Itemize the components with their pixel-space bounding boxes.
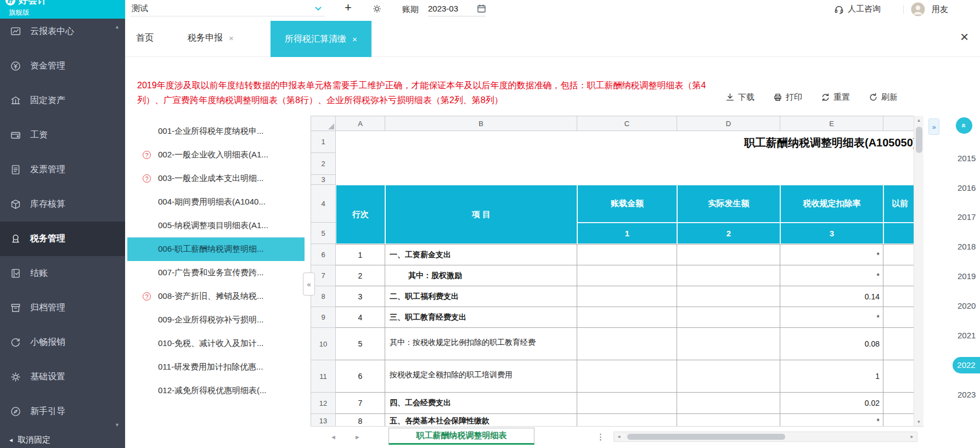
cell-extra[interactable]: [883, 393, 914, 414]
row-header-13[interactable]: 13: [311, 414, 336, 426]
cell-item[interactable]: 四、工会经费支出: [385, 393, 577, 414]
form-list-item[interactable]: 012-减免所得税优惠明细表(...: [127, 379, 305, 402]
collapse-years-button[interactable]: «: [956, 117, 972, 134]
sidebar-item-closing[interactable]: 结账: [0, 256, 125, 291]
close-tab-button[interactable]: ×: [960, 29, 968, 46]
cell-amount[interactable]: [577, 286, 677, 307]
year-item-2021[interactable]: 2021: [955, 327, 980, 344]
form-list-item[interactable]: 001-企业所得税年度纳税申...: [127, 120, 305, 143]
cell-rate[interactable]: *: [780, 414, 883, 426]
row-header-3[interactable]: 3: [311, 175, 336, 185]
cell-extra[interactable]: [883, 286, 914, 307]
form-list-item[interactable]: ?003-一般企业成本支出明细...: [127, 167, 305, 190]
cell-actual[interactable]: [677, 244, 780, 265]
scroll-right-icon[interactable]: ►: [907, 432, 917, 441]
cell-actual[interactable]: [677, 307, 780, 328]
menu-scroll-up-icon[interactable]: ▲: [115, 24, 120, 30]
cell-actual[interactable]: [677, 265, 780, 286]
scrollbar-thumb[interactable]: [627, 434, 785, 440]
cell-actual[interactable]: [677, 393, 780, 414]
cell-rate[interactable]: 1: [780, 360, 883, 393]
row-header-11[interactable]: 11: [311, 360, 336, 393]
vertical-scrollbar[interactable]: ▲ ▼: [914, 116, 923, 426]
cell-rate[interactable]: *: [780, 244, 883, 265]
download-button[interactable]: 下载: [725, 92, 754, 103]
sidebar-item-inventory[interactable]: 库存核算: [0, 187, 125, 222]
sidebar-item-fixed-assets[interactable]: 固定资产: [0, 83, 125, 118]
cell-actual[interactable]: [677, 360, 780, 393]
cell-actual[interactable]: [677, 414, 780, 426]
year-item-2018[interactable]: 2018: [955, 239, 980, 255]
sidebar-item-invoice[interactable]: 发票管理: [0, 152, 125, 187]
sidebar-item-tax[interactable]: 税务管理: [0, 222, 125, 256]
select-all-corner[interactable]: [311, 116, 336, 131]
row-header-2[interactable]: 2: [311, 153, 336, 175]
cell-rowno[interactable]: 5: [336, 328, 385, 360]
column-header-next[interactable]: [883, 116, 914, 131]
form-list-item[interactable]: 004-期间费用明细表(A1040...: [127, 190, 305, 214]
sheet-tab[interactable]: 职工薪酬纳税调整明细表: [388, 428, 534, 445]
form-list-item[interactable]: 011-研发费用加计扣除优惠...: [127, 355, 305, 379]
form-list-item[interactable]: 005-纳税调整项目明细表(A1...: [127, 214, 305, 237]
sidebar-item-settings[interactable]: 基础设置: [0, 360, 125, 394]
collapse-list-handle[interactable]: «: [303, 273, 315, 296]
row-header-5[interactable]: 5: [311, 223, 336, 244]
cell-item[interactable]: 其中：股权激励: [385, 265, 577, 286]
user-name[interactable]: 用友: [932, 4, 948, 15]
reset-button[interactable]: 重置: [821, 92, 850, 103]
cell-amount[interactable]: [577, 307, 677, 328]
gear-icon[interactable]: [372, 4, 382, 14]
year-item-2019[interactable]: 2019: [955, 268, 980, 285]
scroll-left-icon[interactable]: ◄: [614, 432, 624, 441]
cell-amount[interactable]: [577, 360, 677, 393]
scroll-down-icon[interactable]: ▼: [914, 417, 923, 426]
cell-item[interactable]: 五、各类基本社会保障性缴款: [385, 414, 577, 426]
year-item-2022[interactable]: 2022: [953, 357, 980, 373]
cell-extra[interactable]: [883, 244, 914, 265]
cell-amount[interactable]: [577, 393, 677, 414]
cell-amount[interactable]: [577, 328, 677, 360]
year-item-2023[interactable]: 2023: [955, 387, 980, 403]
column-header-B[interactable]: B: [385, 116, 577, 131]
cell-item[interactable]: 按税收规定全额扣除的职工培训费用: [385, 360, 577, 393]
column-header-C[interactable]: C: [577, 116, 677, 131]
refresh-button[interactable]: 刷新: [869, 92, 898, 103]
cell-item[interactable]: 一、工资薪金支出: [385, 244, 577, 265]
cell-extra[interactable]: [883, 265, 914, 286]
cell-rate[interactable]: 0.14: [780, 286, 883, 307]
tab-tax-declaration[interactable]: 税务申报 ×: [182, 19, 239, 57]
form-list-item[interactable]: 006-职工薪酬纳税调整明细...: [127, 237, 305, 261]
cell-amount[interactable]: [577, 414, 677, 426]
sidebar-item-archive[interactable]: 归档管理: [0, 291, 125, 325]
row-header-12[interactable]: 12: [311, 393, 336, 414]
cell-actual[interactable]: [677, 286, 780, 307]
cell-item[interactable]: 二、职工福利费支出: [385, 286, 577, 307]
row-header-6[interactable]: 6: [311, 244, 336, 265]
form-list-item[interactable]: 010-免税、减计收入及加计...: [127, 332, 305, 355]
cell-actual[interactable]: [677, 328, 780, 360]
cell-rate[interactable]: *: [780, 307, 883, 328]
year-item-2016[interactable]: 2016: [955, 180, 980, 196]
cell-extra[interactable]: [883, 328, 914, 360]
menu-scroll-down-icon[interactable]: ▼: [115, 422, 120, 428]
column-header-A[interactable]: A: [336, 116, 385, 131]
sidebar-item-cloud-report[interactable]: 云报表中心: [0, 14, 125, 49]
cell-rowno[interactable]: 1: [336, 244, 385, 265]
cell-rate[interactable]: 0.08: [780, 328, 883, 360]
cell-amount[interactable]: [577, 265, 677, 286]
form-list-item[interactable]: 009-企业所得税弥补亏损明...: [127, 308, 305, 332]
cell-rowno[interactable]: 3: [336, 286, 385, 307]
form-list-item[interactable]: 007-广告费和业务宣传费跨...: [127, 261, 305, 285]
form-list-item[interactable]: ?008-资产折旧、摊销及纳税...: [127, 285, 305, 308]
column-header-E[interactable]: E: [780, 116, 883, 131]
column-header-D[interactable]: D: [677, 116, 780, 131]
expand-panel-icon[interactable]: »: [928, 118, 939, 135]
row-header-1[interactable]: 1: [311, 131, 336, 153]
cell-rowno[interactable]: 6: [336, 360, 385, 393]
consult-button[interactable]: 人工咨询: [834, 4, 881, 14]
more-options-icon[interactable]: ⋮: [596, 432, 605, 442]
print-button[interactable]: 打印: [773, 92, 802, 103]
period-input[interactable]: 2023-03: [428, 1, 486, 16]
cell-extra[interactable]: [883, 307, 914, 328]
close-icon[interactable]: ×: [352, 35, 357, 44]
